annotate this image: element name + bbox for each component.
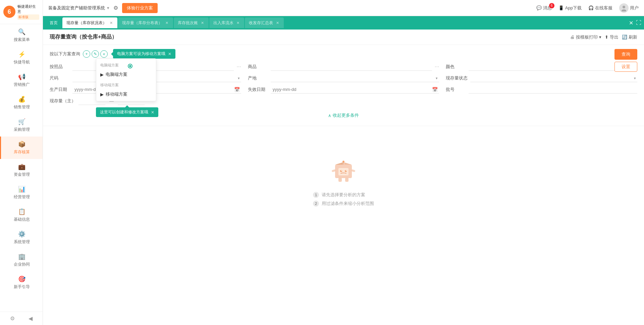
tab-close-inventory-status[interactable]: ✕ xyxy=(109,20,113,25)
sidebar-item-guide[interactable]: 🎯 新手引导 xyxy=(0,271,43,294)
sidebar-item-quick[interactable]: ⚡ 快捷导航 xyxy=(0,47,43,69)
collapse-btn[interactable]: ∧ 收起更多条件 xyxy=(328,112,359,118)
logo-badge: 标准版 xyxy=(17,14,39,20)
sidebar-item-purchase[interactable]: 🛒 采购管理 xyxy=(0,114,43,137)
tooltip1-close[interactable]: ✕ xyxy=(168,52,171,56)
empty-illustration xyxy=(327,153,360,186)
filter-header: 按以下方案查询 + ✎ « 电脑方案可设为移动方案哦 ✕ ··· xyxy=(50,49,637,59)
user-menu[interactable]: 用户 xyxy=(619,3,639,13)
tab-batch-ledger[interactable]: 库存批次账 ✕ xyxy=(174,17,209,28)
svg-point-5 xyxy=(340,170,342,172)
tab-recv-send[interactable]: 收发存汇总表 ✕ xyxy=(245,17,284,28)
close-all-tabs-btn[interactable]: ✕ xyxy=(629,20,633,26)
filter-label-size: 尺码 xyxy=(50,75,70,81)
svg-point-1 xyxy=(622,9,626,11)
maximize-btn[interactable]: ⛶ xyxy=(636,20,641,26)
guide-icon: 🎯 xyxy=(18,275,25,283)
batch-input[interactable] xyxy=(469,86,637,94)
empty-tip-1: 1 请先选择要分析的方案 xyxy=(313,192,374,198)
svg-point-10 xyxy=(342,161,344,163)
system-title: 装备及固定资产辅助管理系统 ▾ xyxy=(48,5,109,11)
svg-point-7 xyxy=(341,170,342,171)
expire-date-start-input[interactable] xyxy=(271,86,439,94)
origin-select[interactable] xyxy=(271,74,439,82)
prod-date-start-cal-icon[interactable]: 📅 xyxy=(234,87,240,92)
tab-close-inventory-dist[interactable]: ✕ xyxy=(164,20,169,25)
sidebar-item-search[interactable]: 🔍 搜索菜单 xyxy=(0,24,43,47)
filter-header-title: 按以下方案查询 xyxy=(50,51,80,57)
scheme-section-mobile: 移动端方案 xyxy=(96,80,156,89)
filter-label-origin: 产地 xyxy=(248,75,268,81)
scheme-item-mobile[interactable]: ▶ 移动端方案 xyxy=(96,89,156,100)
page-header: 现存量查询（按仓库+商品） 🖨 按模板打印 ▾ ⬆ 导出 🔄 刷新 xyxy=(43,30,644,45)
message-icon: 💬 xyxy=(536,5,542,10)
filter-label-warehouse: 按照品 xyxy=(50,64,70,70)
filter-row-origin: 产地 xyxy=(248,74,439,82)
page-actions: 🖨 按模板打印 ▾ ⬆ 导出 🔄 刷新 xyxy=(570,34,637,40)
sidebar-item-operations[interactable]: 📊 经营管理 xyxy=(0,181,43,204)
svg-rect-14 xyxy=(345,178,348,182)
filter-label-color: 颜色 xyxy=(446,64,466,70)
enterprise-icon: 🏢 xyxy=(18,253,25,260)
export-btn[interactable]: ⬆ 导出 xyxy=(605,34,619,40)
sidebar-item-marketing[interactable]: 📢 营销推广 xyxy=(0,69,43,92)
tab-inventory-status[interactable]: 现存量（库存状况表） ✕ xyxy=(62,17,117,28)
sidebar: 6 畅捷通好生意 标准版 🔍 搜索菜单 ⚡ 快捷导航 📢 营销推广 💰 销售管理… xyxy=(0,0,43,325)
scheme-item-pc[interactable]: ▶ 电脑端方案 xyxy=(96,69,156,80)
tab-close-in-out-flow[interactable]: ✕ xyxy=(235,20,240,25)
filter-label-goods: 商品 xyxy=(248,64,268,70)
expire-date-start-cal-icon[interactable]: 📅 xyxy=(432,87,438,92)
tab-home[interactable]: 首页 xyxy=(46,17,62,28)
purchase-icon: 🛒 xyxy=(18,118,25,125)
online-support-btn[interactable]: 🎧 在线客服 xyxy=(588,5,612,11)
sidebar-item-basic[interactable]: 📋 基础信息 xyxy=(0,204,43,226)
stock-status-select-wrapper xyxy=(470,74,637,82)
tooltip2-close[interactable]: ✕ xyxy=(151,110,154,115)
color-select[interactable] xyxy=(469,63,637,71)
filter-dots-warehouse[interactable]: ··· xyxy=(236,64,241,70)
top-right: 💬 消息 6 📱 App下载 🎧 在线客服 用户 xyxy=(536,3,639,13)
tab-close-recv-send[interactable]: ✕ xyxy=(275,20,280,25)
svg-point-6 xyxy=(345,170,347,172)
app-download-btn[interactable]: 📱 App下载 xyxy=(558,5,582,11)
refresh-btn[interactable]: 🔄 刷新 xyxy=(622,34,637,40)
sidebar-settings-btn[interactable]: ⚙ xyxy=(10,315,15,322)
back-btn[interactable]: « xyxy=(100,50,108,58)
print-btn[interactable]: 🖨 按模板打印 ▾ xyxy=(570,34,601,40)
empty-tips: 1 请先选择要分析的方案 2 用过滤条件来缩小分析范围 xyxy=(313,192,374,207)
sidebar-collapse-btn[interactable]: ◀ xyxy=(29,315,33,322)
color-select-wrapper xyxy=(469,63,637,71)
operations-icon: 📊 xyxy=(18,185,25,193)
add-scheme-btn[interactable]: + xyxy=(83,50,90,58)
query-btn[interactable]: 查询 xyxy=(614,49,637,60)
filter-row-expire-date: 失效日期 📅 xyxy=(248,86,439,94)
tab-in-out-flow[interactable]: 出入库流水 ✕ xyxy=(209,17,244,28)
scheme-item-pc-label: 电脑端方案 xyxy=(106,71,127,77)
scheme-popup: 电脑端方案 ▶ 电脑端方案 移动端方案 ▶ 移动端方案 xyxy=(96,58,156,101)
industry-btn[interactable]: 体验行业方案 xyxy=(122,3,158,13)
filter-dots-goods[interactable]: ··· xyxy=(435,64,439,70)
goods-input[interactable] xyxy=(271,63,432,71)
sidebar-logo: 6 畅捷通好生意 标准版 xyxy=(0,0,43,24)
filter-row-batch: 批号 xyxy=(446,86,637,94)
stock-status-select[interactable] xyxy=(470,74,637,82)
empty-state: 1 请先选择要分析的方案 2 用过滤条件来缩小分析范围 xyxy=(43,126,644,233)
sidebar-item-finance[interactable]: 💼 资金管理 xyxy=(0,159,43,181)
edit-scheme-btn[interactable]: ✎ xyxy=(92,50,99,58)
sidebar-item-sales[interactable]: 💰 销售管理 xyxy=(0,92,43,114)
collapse-icon: ∧ xyxy=(328,113,331,118)
sidebar-item-inventory[interactable]: 📦 库存核算 xyxy=(0,137,43,159)
sidebar-item-system[interactable]: ⚙️ 系统管理 xyxy=(0,226,43,249)
message-btn[interactable]: 💬 消息 6 xyxy=(536,5,552,11)
tab-close-batch-ledger[interactable]: ✕ xyxy=(200,20,205,25)
filter-label-batch: 批号 xyxy=(446,87,466,93)
scheme-tooltip-1: 电脑方案可设为移动方案哦 ✕ xyxy=(113,49,175,59)
filter-row-stock-status: 现存量状态 xyxy=(446,74,637,82)
sidebar-item-enterprise[interactable]: 🏢 企业协同 xyxy=(0,249,43,271)
scheme-section-pc: 电脑端方案 xyxy=(96,60,156,69)
filter-row-goods: 商品 ··· xyxy=(248,63,439,71)
set-btn[interactable]: 设置 xyxy=(614,62,637,72)
tab-inventory-dist[interactable]: 现存量（库存分布表） ✕ xyxy=(118,17,173,28)
empty-tip-2: 2 用过滤条件来缩小分析范围 xyxy=(313,201,374,207)
settings-icon[interactable]: ⚙ xyxy=(113,5,118,11)
